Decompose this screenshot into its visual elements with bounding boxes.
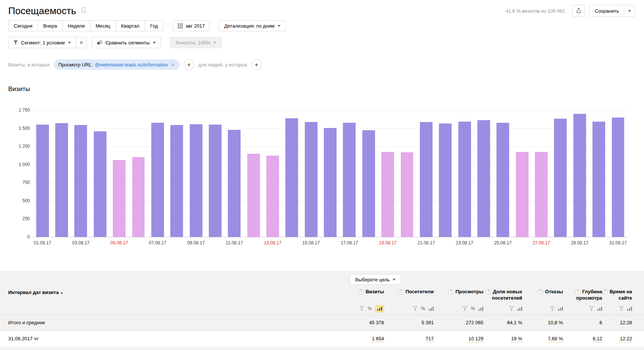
bar-06.08.17[interactable] bbox=[132, 157, 145, 237]
filter-funnel-icon[interactable] bbox=[510, 306, 514, 311]
bar-slot bbox=[109, 110, 129, 237]
bar-slot bbox=[301, 110, 321, 237]
filter-percent-icon[interactable]: % bbox=[471, 306, 475, 311]
filter-chart-icon[interactable] bbox=[517, 307, 522, 311]
period-button-2[interactable]: Вчера bbox=[38, 20, 63, 31]
segment-clear-button[interactable]: ✕ bbox=[76, 37, 87, 48]
filter-funnel-icon[interactable] bbox=[413, 306, 417, 311]
help-icon[interactable]: ? bbox=[603, 289, 608, 294]
bar-23.08.17[interactable] bbox=[458, 122, 471, 237]
save-button[interactable]: Сохранить bbox=[589, 5, 624, 17]
column-filters-1: % bbox=[339, 303, 384, 315]
save-dropdown-button[interactable] bbox=[624, 5, 635, 17]
bookmark-icon[interactable] bbox=[81, 7, 86, 15]
url-filter-value[interactable]: @webmaster.leads.su/information bbox=[95, 62, 168, 68]
compare-segments-button[interactable]: Сравнить сегменты bbox=[92, 37, 161, 48]
bar-18.08.17[interactable] bbox=[362, 130, 375, 237]
bar-30.08.17[interactable] bbox=[592, 122, 605, 237]
filter-chart-icon[interactable] bbox=[597, 307, 602, 311]
bar-19.08.17[interactable] bbox=[381, 152, 394, 237]
bar-12.08.17[interactable] bbox=[247, 154, 260, 237]
filter-chart-icon[interactable] bbox=[479, 307, 483, 311]
bar-21.08.17[interactable] bbox=[420, 122, 433, 237]
help-icon[interactable]: ? bbox=[486, 289, 491, 294]
bar-14.08.17[interactable] bbox=[285, 118, 298, 237]
column-header-6[interactable]: ?Глубина просмотра bbox=[563, 288, 602, 301]
column-header-3[interactable]: ?Просмотры bbox=[434, 288, 483, 301]
period-button-5[interactable]: Квартал bbox=[115, 20, 145, 31]
filter-chart-icon[interactable] bbox=[375, 305, 384, 312]
period-button-6[interactable]: Год bbox=[145, 20, 164, 31]
filter-chart-icon[interactable] bbox=[429, 307, 434, 311]
bar-07.08.17[interactable] bbox=[151, 123, 164, 237]
column-header-7[interactable]: ?Время на сайте bbox=[602, 288, 632, 301]
detalization-button[interactable]: Детализация: по дням bbox=[219, 20, 285, 31]
metrica-traffic-page: Посещаемость 41,6 % визитов из 109 062 С… bbox=[0, 0, 644, 256]
add-visit-condition-button[interactable]: + bbox=[184, 59, 194, 70]
help-icon[interactable]: ? bbox=[575, 289, 580, 294]
filter-funnel-icon[interactable] bbox=[550, 306, 554, 311]
bar-26.08.17[interactable] bbox=[516, 152, 529, 237]
filter-percent-icon[interactable]: % bbox=[368, 306, 372, 311]
bar-09.08.17[interactable] bbox=[190, 124, 202, 237]
remove-filter-icon[interactable]: ✕ bbox=[171, 62, 175, 68]
bar-15.08.17[interactable] bbox=[305, 122, 318, 237]
column-header-1[interactable]: ?Визиты bbox=[339, 288, 384, 301]
bar-22.08.17[interactable] bbox=[439, 124, 452, 237]
bar-29.08.17[interactable] bbox=[573, 114, 586, 237]
metric-value-link[interactable]: 717 bbox=[425, 336, 434, 342]
bar-25.08.17[interactable] bbox=[496, 123, 509, 237]
bar-28.08.17[interactable] bbox=[554, 119, 567, 237]
bar-03.08.17[interactable] bbox=[74, 125, 87, 237]
filter-percent-icon[interactable]: % bbox=[421, 306, 425, 311]
accuracy-button[interactable]: Точность: 100% bbox=[170, 37, 222, 48]
help-icon[interactable]: ? bbox=[398, 289, 403, 294]
segment-button[interactable]: Сегмент: 1 условие bbox=[8, 37, 76, 48]
filter-chart-icon[interactable] bbox=[558, 307, 563, 311]
filter-funnel-icon[interactable] bbox=[360, 306, 364, 311]
bar-10.08.17[interactable] bbox=[209, 125, 222, 237]
help-icon[interactable]: ? bbox=[538, 289, 543, 294]
column-header-2[interactable]: ?Посетители bbox=[384, 288, 434, 301]
bar-20.08.17[interactable] bbox=[401, 152, 414, 237]
column-label: Посетители bbox=[405, 289, 434, 294]
add-people-condition-button[interactable]: + bbox=[251, 59, 262, 70]
bar-05.08.17[interactable] bbox=[113, 160, 126, 237]
filter-chart-icon[interactable] bbox=[627, 307, 632, 311]
table-row-totals: Итого и средние45 3785 391272 06564,1 %1… bbox=[0, 315, 644, 331]
bar-24.08.17[interactable] bbox=[477, 120, 490, 237]
metric-value-link[interactable]: 7,68 % bbox=[548, 336, 563, 342]
help-icon[interactable]: ? bbox=[448, 289, 453, 294]
bar-13.08.17[interactable] bbox=[266, 156, 279, 237]
period-button-1[interactable]: Сегодня bbox=[8, 20, 38, 31]
bar-04.08.17[interactable] bbox=[94, 131, 106, 237]
goal-select-button[interactable]: Выберите цель bbox=[350, 274, 401, 285]
dimension-header[interactable]: Интервал дат визита bbox=[8, 288, 339, 301]
metric-value-link[interactable]: 10 129 bbox=[468, 336, 483, 342]
help-icon[interactable]: ? bbox=[359, 289, 364, 294]
bar-16.08.17[interactable] bbox=[324, 128, 337, 237]
bar-17.08.17[interactable] bbox=[343, 123, 356, 237]
column-header-5[interactable]: ?Отказы bbox=[522, 288, 563, 301]
export-button[interactable] bbox=[572, 5, 585, 17]
metric-value-link[interactable]: 19 % bbox=[511, 336, 522, 342]
bar-02.08.17[interactable] bbox=[55, 123, 68, 237]
bar-slot bbox=[340, 110, 359, 237]
metric-value-link[interactable]: 12:22 bbox=[620, 336, 632, 342]
filter-funnel-icon[interactable] bbox=[463, 306, 467, 311]
x-slot-empty bbox=[205, 240, 225, 246]
url-filter-chip[interactable]: Просмотр URL: @webmaster.leads.su/inform… bbox=[54, 59, 180, 70]
metric-value-link[interactable]: 1 654 bbox=[372, 336, 384, 342]
filter-funnel-icon[interactable] bbox=[619, 306, 623, 311]
period-button-4[interactable]: Месяц bbox=[90, 20, 116, 31]
bar-01.08.17[interactable] bbox=[36, 125, 49, 237]
metric-value-link[interactable]: 6,12 bbox=[593, 336, 602, 342]
column-header-4[interactable]: ?Доля новых посетителей bbox=[483, 288, 522, 301]
filter-funnel-icon[interactable] bbox=[589, 306, 594, 311]
period-button-3[interactable]: Неделя bbox=[62, 20, 90, 31]
bar-08.08.17[interactable] bbox=[170, 125, 183, 237]
calendar-button[interactable]: авг 2017 bbox=[173, 20, 210, 31]
bar-11.08.17[interactable] bbox=[228, 130, 241, 237]
bar-27.08.17[interactable] bbox=[535, 152, 548, 237]
bar-31.08.17[interactable] bbox=[612, 118, 625, 237]
